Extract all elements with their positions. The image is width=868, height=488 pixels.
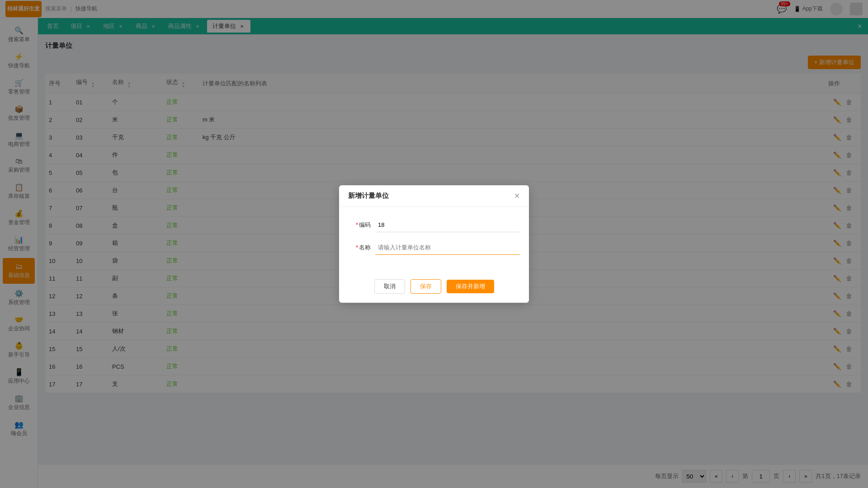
form-row-code: 编码	[348, 218, 520, 232]
cancel-button[interactable]: 取消	[374, 279, 405, 294]
modal-footer: 取消 保存 保存并新增	[339, 274, 529, 303]
code-label: 编码	[348, 221, 375, 229]
name-input[interactable]	[375, 240, 520, 255]
modal-close-button[interactable]: ✕	[514, 192, 520, 200]
modal-overlay[interactable]: 新增计量单位 ✕ 编码 名称 取消 保存 保存并新增	[0, 0, 868, 488]
save-button[interactable]: 保存	[410, 279, 441, 294]
form-row-name: 名称	[348, 240, 520, 255]
modal-body: 编码 名称	[339, 207, 529, 274]
add-unit-modal: 新增计量单位 ✕ 编码 名称 取消 保存 保存并新增	[339, 185, 529, 303]
modal-title: 新增计量单位	[348, 192, 389, 200]
code-input[interactable]	[375, 218, 520, 232]
save-and-new-button[interactable]: 保存并新增	[447, 280, 494, 293]
modal-header: 新增计量单位 ✕	[339, 185, 529, 207]
name-label: 名称	[348, 244, 375, 252]
